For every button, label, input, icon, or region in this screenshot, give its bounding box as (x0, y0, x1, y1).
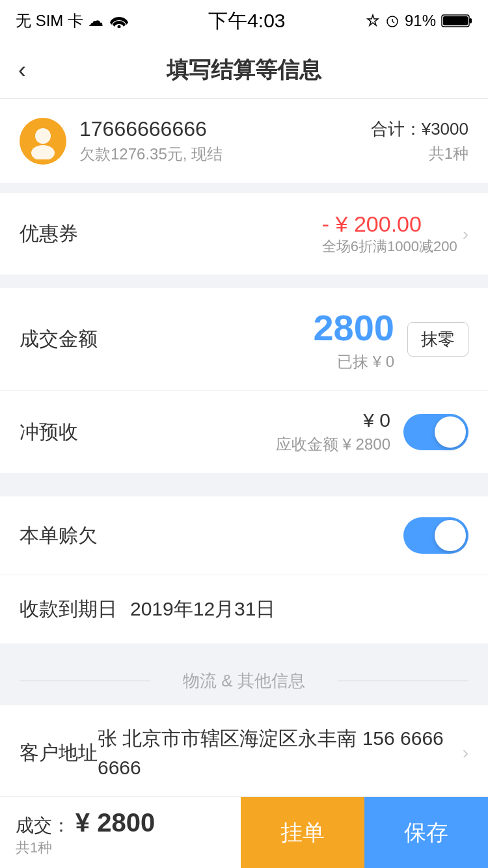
prepay-row: 冲预收 ¥ 0 应收金额 ¥ 2800 (0, 391, 488, 473)
bottom-bar: 成交： ¥ 2800 共1种 挂单 保存 (0, 796, 488, 868)
customer-card: 17666666666 欠款1276.35元, 现结 合计：¥3000 共1种 (0, 99, 488, 183)
coupon-discount: - ¥ 200.00 (322, 211, 457, 237)
deal-amount-row: 成交金额 2800 已抹 ¥ 0 抹零 (0, 288, 488, 391)
customer-sub: 欠款1276.35元, 现结 (79, 144, 223, 165)
round-zero-button[interactable]: 抹零 (407, 322, 468, 357)
address-value: 张 北京市市辖区海淀区永丰南 156 6666 6666 (98, 724, 463, 782)
prepay-amount-col: ¥ 0 应收金额 ¥ 2800 (276, 409, 390, 455)
customer-info: 17666666666 欠款1276.35元, 现结 (79, 117, 223, 165)
bottom-count: 共1种 (16, 838, 225, 858)
deal-section: 成交金额 2800 已抹 ¥ 0 抹零 冲预收 ¥ 0 应收金额 ¥ 2800 (0, 288, 488, 473)
nav-bar: ‹ 填写结算等信息 (0, 42, 488, 99)
svg-point-8 (31, 145, 55, 159)
svg-point-0 (117, 25, 120, 29)
alarm-icon (385, 14, 400, 28)
avatar-icon (25, 123, 61, 159)
bottom-deal-label: 成交： ¥ 2800 (16, 808, 225, 838)
address-row[interactable]: 客户地址 张 北京市市辖区海淀区永丰南 156 6666 6666 › (0, 705, 488, 800)
battery-icon (441, 13, 472, 29)
wifi-icon (110, 14, 128, 28)
save-button[interactable]: 保存 (364, 797, 488, 868)
prepay-sub: 应收金额 ¥ 2800 (276, 434, 390, 455)
back-button[interactable]: ‹ (18, 57, 26, 84)
prepay-right: ¥ 0 应收金额 ¥ 2800 (276, 409, 468, 455)
total-label: 合计：¥3000 (371, 118, 468, 141)
chevron-right-icon: › (463, 224, 468, 245)
section-divider-1 (0, 275, 488, 288)
debt-toggle[interactable] (403, 517, 468, 554)
deal-amount-value: 2800 (313, 306, 394, 349)
already-rounded: 已抹 ¥ 0 (313, 351, 394, 372)
due-date-label: 收款到期日 (20, 596, 117, 623)
bottom-amount: ¥ 2800 (75, 808, 155, 837)
total-count: 共1种 (371, 143, 468, 164)
hang-button[interactable]: 挂单 (241, 797, 364, 868)
sim-status: 无 SIM 卡 ☁ (16, 10, 103, 31)
content: 17666666666 欠款1276.35元, 现结 合计：¥3000 共1种 … (0, 99, 488, 868)
logistics-line-right (338, 681, 468, 681)
svg-rect-6 (443, 16, 468, 25)
bottom-summary: 成交： ¥ 2800 共1种 (0, 797, 241, 868)
status-bar: 无 SIM 卡 ☁ 下午4:03 91% (0, 0, 488, 42)
due-date-row: 收款到期日 2019年12月31日 (0, 575, 488, 644)
logistics-header: 物流 & 其他信息 (0, 657, 488, 705)
due-date-value: 2019年12月31日 (130, 596, 275, 623)
section-divider-3 (0, 644, 488, 657)
coupon-label: 优惠券 (20, 221, 78, 247)
svg-point-7 (35, 128, 51, 144)
debt-toggle-knob (435, 520, 466, 551)
debt-row: 本单赊欠 (0, 496, 488, 575)
toggle-knob (435, 416, 466, 448)
battery-percent: 91% (405, 12, 436, 30)
address-chevron-icon: › (463, 742, 468, 763)
customer-left: 17666666666 欠款1276.35元, 现结 (20, 117, 223, 165)
customer-right: 合计：¥3000 共1种 (371, 118, 468, 164)
status-right: 91% (366, 12, 472, 30)
customer-phone: 17666666666 (79, 117, 223, 141)
logistics-line-left (20, 681, 150, 681)
prepay-label: 冲预收 (20, 419, 78, 446)
svg-rect-5 (469, 18, 472, 23)
svg-line-3 (392, 21, 394, 23)
address-label: 客户地址 (20, 740, 98, 766)
avatar (20, 118, 66, 165)
prepay-toggle[interactable] (403, 414, 468, 450)
deal-label: 成交金额 (20, 326, 98, 353)
coupon-row[interactable]: 优惠券 - ¥ 200.00 全场6折满1000减200 › (0, 193, 488, 275)
total-amount: ¥3000 (422, 119, 468, 139)
status-time: 下午4:03 (208, 8, 285, 34)
prepay-value: ¥ 0 (276, 409, 390, 431)
location-icon (366, 14, 380, 28)
status-left: 无 SIM 卡 ☁ (16, 10, 128, 31)
section-divider-2 (0, 483, 488, 496)
logistics-title: 物流 & 其他信息 (183, 670, 305, 692)
coupon-right: - ¥ 200.00 全场6折满1000减200 › (322, 211, 468, 256)
debt-label: 本单赊欠 (20, 522, 98, 549)
amount-col: 2800 已抹 ¥ 0 (313, 306, 394, 372)
coupon-desc: 全场6折满1000减200 (322, 237, 457, 256)
page-title: 填写结算等信息 (167, 55, 321, 85)
amount-right: 2800 已抹 ¥ 0 抹零 (313, 306, 468, 372)
